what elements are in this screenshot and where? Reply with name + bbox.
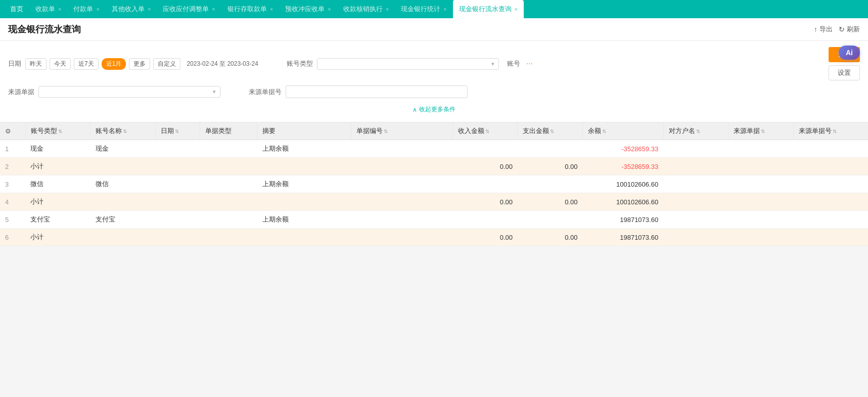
th-counterparty[interactable]: 对方户名⇅ bbox=[663, 122, 728, 140]
th-summary[interactable]: 摘要 bbox=[257, 122, 351, 140]
close-tab-6-icon[interactable]: × bbox=[386, 6, 389, 12]
nav-home[interactable]: 首页 bbox=[4, 0, 29, 18]
date-label: 日期 bbox=[8, 59, 21, 68]
th-income[interactable]: 收入金额⇅ bbox=[452, 122, 517, 140]
nav-tab-3[interactable]: 应收应付调整单 × bbox=[157, 0, 221, 18]
table-row: 3 微信 微信 上期余额 100102606.60 bbox=[0, 175, 868, 193]
filter-area: 日期 昨天 今天 近7天 近1月 更多 自定义 2023-02-24 至 202… bbox=[0, 41, 868, 122]
cell-date bbox=[155, 140, 200, 158]
cell-income: 0.00 bbox=[452, 229, 517, 246]
cell-date bbox=[155, 211, 200, 229]
close-tab-4-icon[interactable]: × bbox=[270, 6, 273, 12]
cell-doc-type bbox=[200, 175, 257, 193]
cell-source-doc-num bbox=[793, 193, 868, 211]
export-icon: ↑ bbox=[814, 25, 817, 33]
th-balance[interactable]: 余额⇅ bbox=[582, 122, 663, 140]
cell-doc-type bbox=[200, 193, 257, 211]
cell-account-type: 微信 bbox=[25, 175, 90, 193]
nav-tab-4[interactable]: 银行存取款单 × bbox=[221, 0, 279, 18]
nav-tab-5[interactable]: 预收冲应收单 × bbox=[279, 0, 337, 18]
collapse-up-icon: ∧ bbox=[413, 106, 417, 113]
th-source-doc-num[interactable]: 来源单据号⇅ bbox=[793, 122, 868, 140]
cell-expense: 0.00 bbox=[518, 229, 582, 246]
th-doc-number[interactable]: 单据编号⇅ bbox=[351, 122, 452, 140]
source-doc-select[interactable]: ▾ bbox=[38, 86, 220, 98]
th-account-name[interactable]: 账号名称⇅ bbox=[90, 122, 155, 140]
close-tab-1-icon[interactable]: × bbox=[96, 6, 99, 12]
account-dots-button[interactable]: ··· bbox=[524, 59, 535, 68]
cell-account-type: 支付宝 bbox=[25, 211, 90, 229]
cell-balance: 19871073.60 bbox=[582, 211, 663, 229]
th-doc-type[interactable]: 单据类型 bbox=[200, 122, 257, 140]
cell-balance: 100102606.60 bbox=[582, 193, 663, 211]
nav-tab-8[interactable]: 现金银行流水查询 × bbox=[453, 0, 524, 18]
table-row: 5 支付宝 支付宝 上期余额 19871073.60 bbox=[0, 211, 868, 229]
cell-summary bbox=[257, 158, 351, 175]
nav-tab-6[interactable]: 收款核销执行 × bbox=[337, 0, 395, 18]
sort-icon: ⇅ bbox=[384, 128, 388, 134]
cell-counterparty bbox=[663, 211, 728, 229]
cell-account-type: 现金 bbox=[25, 140, 90, 158]
cell-num: 6 bbox=[0, 229, 25, 246]
cell-balance: 19871073.60 bbox=[582, 229, 663, 246]
cell-account-type: 小计 bbox=[25, 158, 90, 175]
export-button[interactable]: ↑ 导出 bbox=[814, 25, 833, 34]
source-doc-filter: 来源单据 ▾ bbox=[8, 86, 220, 98]
settings-button[interactable]: 设置 bbox=[829, 65, 860, 80]
cell-source-doc-num bbox=[793, 175, 868, 193]
table-header-row: ⚙ 账号类型⇅ 账号名称⇅ 日期⇅ 单据类型 摘要 单据编号⇅ 收入金额⇅ 支出… bbox=[0, 122, 868, 140]
cell-balance: 100102606.60 bbox=[582, 175, 663, 193]
close-tab-5-icon[interactable]: × bbox=[328, 6, 331, 12]
refresh-icon: ↻ bbox=[839, 25, 845, 33]
th-date[interactable]: 日期⇅ bbox=[155, 122, 200, 140]
collapse-bar[interactable]: ∧ 收起更多条件 bbox=[8, 103, 860, 116]
table-container: ⚙ 账号类型⇅ 账号名称⇅ 日期⇅ 单据类型 摘要 单据编号⇅ 收入金额⇅ 支出… bbox=[0, 122, 868, 246]
table-row: 6 小计 0.00 0.00 19871073.60 bbox=[0, 229, 868, 246]
date-more[interactable]: 更多 bbox=[129, 58, 150, 70]
nav-tab-1[interactable]: 付款单 × bbox=[67, 0, 105, 18]
date-1month[interactable]: 近1月 bbox=[102, 58, 126, 70]
cell-counterparty bbox=[663, 175, 728, 193]
th-gear[interactable]: ⚙ bbox=[0, 122, 25, 140]
cell-doc-type bbox=[200, 140, 257, 158]
date-7days[interactable]: 近7天 bbox=[74, 58, 99, 70]
cell-expense bbox=[518, 211, 582, 229]
cell-num: 1 bbox=[0, 140, 25, 158]
th-account-type[interactable]: 账号类型⇅ bbox=[25, 122, 90, 140]
cell-source-doc bbox=[728, 211, 793, 229]
gear-icon: ⚙ bbox=[5, 127, 11, 135]
cell-date bbox=[155, 193, 200, 211]
ai-badge[interactable]: Ai bbox=[839, 46, 860, 60]
cell-num: 4 bbox=[0, 193, 25, 211]
refresh-button[interactable]: ↻ 刷新 bbox=[839, 25, 860, 34]
close-tab-0-icon[interactable]: × bbox=[58, 6, 61, 12]
cell-income: 0.00 bbox=[452, 193, 517, 211]
close-tab-3-icon[interactable]: × bbox=[212, 6, 215, 12]
th-source-doc[interactable]: 来源单据⇅ bbox=[728, 122, 793, 140]
close-tab-2-icon[interactable]: × bbox=[148, 6, 151, 12]
cell-account-name bbox=[90, 229, 155, 246]
close-tab-8-icon[interactable]: × bbox=[515, 6, 518, 12]
date-yesterday[interactable]: 昨天 bbox=[25, 58, 47, 70]
cell-date bbox=[155, 158, 200, 175]
filter-row-2: 来源单据 ▾ 来源单据号 bbox=[8, 85, 860, 98]
sort-icon: ⇅ bbox=[550, 128, 554, 134]
th-expense[interactable]: 支出金额⇅ bbox=[518, 122, 582, 140]
date-today[interactable]: 今天 bbox=[50, 58, 71, 70]
nav-tab-7[interactable]: 现金银行统计 × bbox=[395, 0, 452, 18]
cell-doc-number bbox=[351, 158, 452, 175]
cell-summary bbox=[257, 193, 351, 211]
date-filter: 日期 昨天 今天 近7天 近1月 更多 自定义 2023-02-24 至 202… bbox=[8, 58, 258, 70]
account-type-filter: 账号类型 ▾ bbox=[287, 58, 499, 70]
source-doc-number-input[interactable] bbox=[286, 85, 468, 98]
close-tab-7-icon[interactable]: × bbox=[443, 6, 446, 12]
nav-tab-2[interactable]: 其他收入单 × bbox=[106, 0, 157, 18]
cell-date bbox=[155, 229, 200, 246]
account-filter: 账号 ··· bbox=[507, 59, 535, 68]
date-custom[interactable]: 自定义 bbox=[153, 58, 180, 70]
account-type-select[interactable]: ▾ bbox=[317, 58, 499, 70]
source-doc-chevron-icon: ▾ bbox=[213, 89, 216, 95]
cell-doc-number bbox=[351, 175, 452, 193]
nav-tab-0[interactable]: 收款单 × bbox=[29, 0, 67, 18]
sort-icon: ⇅ bbox=[696, 128, 700, 134]
